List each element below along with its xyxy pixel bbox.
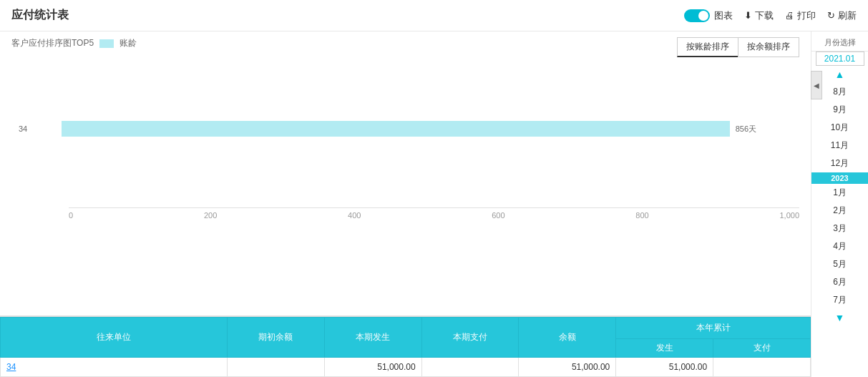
legend-chart-label: 客户应付排序图TOP5 — [11, 37, 94, 49]
col-nian-group-header: 本年累计 — [616, 318, 811, 339]
print-button[interactable]: 🖨 打印 — [785, 9, 816, 22]
table-section: 往来单位 期初余额 本期发生 本期支付 余额 本年累计 发生 支付 — [0, 315, 811, 377]
chevron-up-icon: ▲ — [835, 69, 845, 80]
cell-nian-zhifu — [713, 358, 811, 377]
cell-benqi-fasheng: 51,000.00 — [324, 358, 421, 377]
col-benqi-fasheng-header: 本期发生 — [324, 318, 421, 358]
sidebar-down-button[interactable]: ▼ — [811, 309, 868, 326]
sidebar-collapse-button[interactable]: ◀ — [811, 71, 822, 99]
legend-box — [99, 39, 114, 48]
table-row: 34 51,000.00 51,000.00 51,000.00 — [1, 358, 811, 377]
chart-bar — [62, 121, 730, 137]
print-icon: 🖨 — [785, 10, 794, 21]
page-title: 应付统计表 — [11, 8, 69, 23]
cell-qichu — [227, 358, 324, 377]
content-area: 客户应付排序图TOP5 账龄 按账龄排序 按余额排序 34 — [0, 31, 811, 377]
col-nian-fasheng-header: 发生 — [616, 339, 713, 358]
unit-link[interactable]: 34 — [6, 362, 16, 372]
app-container: 应付统计表 图表 ⬇ 下载 🖨 打印 ↻ 刷新 ◀ — [0, 0, 868, 377]
table-body: 34 51,000.00 51,000.00 51,000.00 — [1, 358, 811, 377]
col-qichu-header: 期初余额 — [227, 318, 324, 358]
header-actions: 图表 ⬇ 下载 🖨 打印 ↻ 刷新 — [684, 9, 857, 22]
x-tick-200: 200 — [204, 211, 217, 220]
sidebar-month-11[interactable]: 11月 — [811, 137, 868, 155]
cell-yue: 51,000.00 — [519, 358, 616, 377]
sidebar-month-3[interactable]: 3月 — [811, 220, 868, 238]
chart-toggle[interactable] — [684, 9, 710, 22]
refresh-icon: ↻ — [827, 10, 835, 21]
x-axis: 0 200 400 600 800 1,000 — [69, 207, 799, 220]
sidebar-month-4[interactable]: 4月 — [811, 238, 868, 255]
bar-right-label: 856天 — [736, 124, 756, 134]
x-tick-800: 800 — [635, 211, 648, 220]
sort-by-balance-button[interactable]: 按余额排序 — [738, 37, 799, 57]
col-nian-zhifu-header: 支付 — [713, 339, 811, 358]
col-unit-header: 往来单位 — [1, 318, 228, 358]
sidebar-year-2023[interactable]: 2023 — [811, 172, 868, 184]
print-label: 打印 — [797, 9, 816, 22]
refresh-label: 刷新 — [838, 9, 857, 22]
data-table: 往来单位 期初余额 本期发生 本期支付 余额 本年累计 发生 支付 — [0, 317, 811, 377]
col-yue-header: 余额 — [519, 318, 616, 358]
header: 应付统计表 图表 ⬇ 下载 🖨 打印 ↻ 刷新 — [0, 0, 868, 31]
col-benqi-zhifu-header: 本期支付 — [421, 318, 519, 358]
chevron-down-icon: ▼ — [835, 312, 845, 323]
chart-inner: 34 856天 0 200 400 600 800 — [40, 55, 799, 220]
sort-by-age-button[interactable]: 按账龄排序 — [677, 37, 738, 57]
download-icon: ⬇ — [744, 10, 752, 21]
cell-benqi-zhifu — [421, 358, 519, 377]
sidebar-year-input[interactable] — [816, 52, 864, 66]
cell-unit: 34 — [1, 358, 228, 377]
sidebar-month-10[interactable]: 10月 — [811, 119, 868, 137]
bar-container: 34 856天 — [40, 121, 799, 137]
cell-nian-fasheng: 51,000.00 — [616, 358, 713, 377]
bar-left-label: 34 — [19, 124, 27, 133]
sidebar-month-7[interactable]: 7月 — [811, 291, 868, 309]
x-tick-400: 400 — [348, 211, 361, 220]
sidebar-month-1[interactable]: 1月 — [811, 184, 868, 202]
chart-toggle-label: 图表 — [714, 9, 733, 22]
x-tick-0: 0 — [69, 211, 73, 220]
sidebar-month-12[interactable]: 12月 — [811, 155, 868, 172]
refresh-button[interactable]: ↻ 刷新 — [827, 9, 857, 22]
download-label: 下载 — [755, 9, 774, 22]
download-button[interactable]: ⬇ 下载 — [744, 9, 774, 22]
x-tick-600: 600 — [492, 211, 504, 220]
sort-controls: 按账龄排序 按余额排序 — [677, 37, 799, 57]
main-area: ◀ 客户应付排序图TOP5 账龄 按账龄排序 按余额排序 — [0, 31, 868, 377]
sidebar-month-5[interactable]: 5月 — [811, 255, 868, 273]
chart-section: 客户应付排序图TOP5 账龄 按账龄排序 按余额排序 34 — [0, 31, 811, 315]
sidebar-month-select-label: 月份选择 — [811, 34, 868, 52]
chart-area: 34 856天 0 200 400 600 800 — [11, 55, 799, 241]
sidebar-month-9[interactable]: 9月 — [811, 101, 868, 119]
chart-toggle-group: 图表 — [684, 9, 733, 22]
sidebar-month-6[interactable]: 6月 — [811, 273, 868, 291]
legend-box-label: 账龄 — [120, 37, 137, 49]
x-tick-1000: 1,000 — [779, 211, 799, 220]
sidebar-month-2[interactable]: 2月 — [811, 202, 868, 220]
table-header-row-1: 往来单位 期初余额 本期发生 本期支付 余额 本年累计 — [1, 318, 811, 339]
collapse-icon: ◀ — [814, 82, 819, 89]
